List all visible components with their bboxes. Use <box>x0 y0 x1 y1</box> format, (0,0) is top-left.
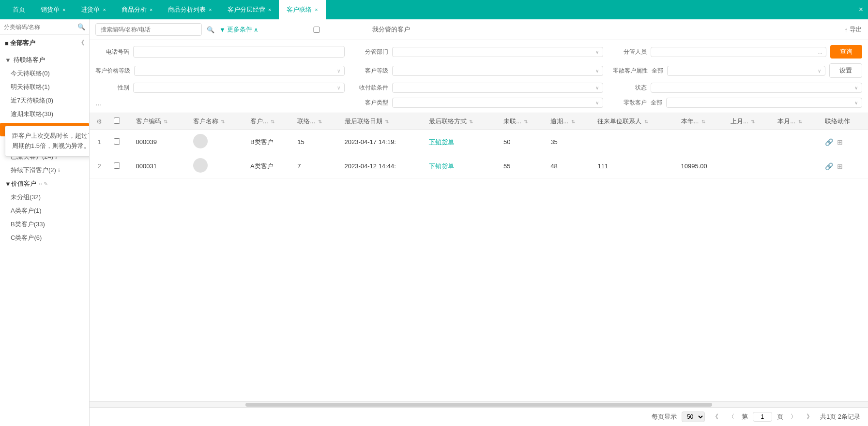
col-this-month[interactable]: 本月... ⇅ <box>773 113 820 130</box>
col-unit-contact[interactable]: 往来单位联系人 ⇅ <box>593 113 676 130</box>
close-icon[interactable]: × <box>62 7 65 13</box>
prev-page-btn[interactable]: 〈 <box>726 411 737 422</box>
col-code[interactable]: 客户编码 ⇅ <box>131 113 188 130</box>
more-filter-btn[interactable]: ... <box>95 99 102 107</box>
select-all-checkbox[interactable] <box>114 118 120 124</box>
sort-icon: ⇅ <box>751 119 755 124</box>
price-level-select[interactable]: ∨ <box>134 66 345 76</box>
search-icon[interactable]: 🔍 <box>77 23 85 30</box>
sidebar-item-7days[interactable]: 近7天待联络(0) <box>0 94 89 107</box>
sidebar-item-today[interactable]: 今天待联络(0) <box>0 67 89 80</box>
more-conditions-btn[interactable]: ▼ 更多条件 ∧ <box>219 25 259 34</box>
col-year-amount[interactable]: 本年... ⇅ <box>676 113 726 130</box>
close-icon[interactable]: × <box>150 7 152 13</box>
dept-select[interactable]: ∨ <box>392 47 604 57</box>
retail-attr-select[interactable]: ∨ <box>667 66 825 76</box>
sidebar-search-input[interactable] <box>4 24 77 30</box>
arrow-icon: ▼ <box>5 180 11 188</box>
avatar <box>193 158 208 173</box>
filter-price-level: 客户价格等级 ∨ <box>95 63 345 78</box>
chevron-down-icon: ∨ <box>854 100 858 105</box>
export-button[interactable]: ↑ 导出 <box>845 25 863 34</box>
edit-icons[interactable]: ○ ✎ <box>39 181 48 187</box>
my-customers-checkbox-label[interactable]: 我分管的客户 <box>263 25 410 34</box>
col-uncontacted[interactable]: 未联... ⇅ <box>499 113 546 130</box>
row-last-method[interactable]: 下销货单 <box>424 154 499 178</box>
sidebar-item-ungroup[interactable]: 未分组(32) <box>0 191 89 204</box>
sidebar-item-declining[interactable]: 持续下滑客户(2) ℹ <box>0 163 89 177</box>
col-contact-count[interactable]: 联络... ⇅ <box>292 113 339 130</box>
last-page-btn[interactable]: 》 <box>804 411 815 422</box>
close-icon[interactable]: × <box>268 7 271 13</box>
filter-search-icon[interactable]: 🔍 <box>207 26 214 33</box>
sidebar-pending-header[interactable]: ▼ 待联络客户 <box>0 53 89 67</box>
nav-tab-customer-contact[interactable]: 客户联络 × <box>279 0 325 19</box>
retail-customer-select[interactable]: ∨ <box>666 98 862 108</box>
col-checkbox[interactable] <box>109 113 131 130</box>
close-icon[interactable]: × <box>209 7 212 13</box>
phone-input[interactable] <box>133 46 345 58</box>
sidebar-item-class-a[interactable]: A类客户(1) <box>0 204 89 218</box>
row-uncontacted: 50 <box>499 130 546 154</box>
query-button[interactable]: 查询 <box>830 45 862 59</box>
status-select[interactable]: ∨ <box>651 83 862 93</box>
filter-dept: 分管部门 ∨ <box>354 45 604 59</box>
col-settings[interactable]: ⚙ <box>90 113 109 130</box>
scroll-track[interactable] <box>245 403 713 407</box>
filter-customer-level: 客户等级 ∨ <box>354 63 604 78</box>
col-name[interactable]: 客户名称 ⇅ <box>188 113 245 130</box>
contact-grid-icon[interactable]: ⊞ <box>837 162 843 170</box>
row-checkbox[interactable] <box>114 162 120 169</box>
first-page-btn[interactable]: 《 <box>710 411 721 422</box>
gender-select[interactable]: ∨ <box>133 83 345 93</box>
nav-tab-sales[interactable]: 销货单 × <box>33 0 73 19</box>
row-checkbox-cell[interactable] <box>109 130 131 154</box>
export-icon: ↑ <box>845 26 848 33</box>
close-icon[interactable]: × <box>315 7 318 13</box>
close-icon[interactable]: × <box>103 7 106 13</box>
manager-select[interactable]: ... <box>651 47 826 57</box>
next-page-btn[interactable]: 〉 <box>788 411 799 422</box>
my-customers-checkbox[interactable] <box>263 27 370 33</box>
settings-gear-icon[interactable]: ⚙ <box>96 118 102 125</box>
nav-tab-product-analysis[interactable]: 商品分析 × <box>114 0 160 19</box>
customer-level-select[interactable]: ∨ <box>392 66 604 76</box>
sidebar-search-bar: 🔍 <box>0 19 89 35</box>
customer-type-select[interactable]: ∨ <box>392 98 604 108</box>
collapse-icon[interactable]: 《 <box>78 39 84 47</box>
pagination-bar: 每页显示 50 《 〈 第 页 〉 》 共1页 2条记录 <box>90 407 868 426</box>
chevron-down-icon: ∨ <box>337 68 340 73</box>
search-input[interactable] <box>95 23 202 36</box>
col-level[interactable]: 客户... ⇅ <box>245 113 292 130</box>
col-last-month[interactable]: 上月... ⇅ <box>726 113 773 130</box>
nav-tab-customer-segment[interactable]: 客户分层经营 × <box>220 0 279 19</box>
sidebar-item-class-c[interactable]: C类客户(6) <box>0 231 89 245</box>
col-overdue[interactable]: 逾期... ⇅ <box>546 113 593 130</box>
settings-button[interactable]: 设置 <box>829 63 862 78</box>
payment-select[interactable]: ∨ <box>392 83 604 93</box>
nav-tab-product-list[interactable]: 商品分析列表 × <box>160 0 219 19</box>
contact-link-icon[interactable]: 🔗 <box>825 138 833 146</box>
row-checkbox[interactable] <box>114 138 120 145</box>
nav-tab-home[interactable]: 首页 <box>5 0 33 19</box>
row-checkbox-cell[interactable] <box>109 154 131 178</box>
page-input[interactable] <box>753 412 772 422</box>
close-all-button[interactable]: × <box>859 5 863 14</box>
sidebar-item-class-b[interactable]: B类客户(33) <box>0 218 89 231</box>
sidebar-item-overdue[interactable]: 逾期未联络(30) <box>0 107 89 121</box>
sidebar-all-customers[interactable]: ■ 全部客户 《 <box>0 35 89 51</box>
col-last-method[interactable]: 最后联络方式 ⇅ <box>424 113 499 130</box>
nav-tab-purchase[interactable]: 进货单 × <box>73 0 113 19</box>
sidebar-value-header[interactable]: ▼ 价值客户 ○ ✎ <box>0 177 89 191</box>
per-page-select[interactable]: 50 <box>682 411 705 422</box>
col-last-date[interactable]: 最后联络日期 ⇅ <box>340 113 424 130</box>
row-last-method[interactable]: 下销货单 <box>424 130 499 154</box>
contact-link-icon[interactable]: 🔗 <box>825 162 833 170</box>
row-contact-count: 7 <box>292 154 339 178</box>
sidebar-item-tomorrow[interactable]: 明天待联络(1) <box>0 80 89 94</box>
contact-grid-icon[interactable]: ⊞ <box>837 138 843 146</box>
row-name <box>188 130 245 154</box>
horizontal-scrollbar[interactable] <box>90 401 868 407</box>
filter-more-btn: ... <box>95 98 345 108</box>
advanced-filter: 电话号码 分管部门 ∨ 分管人员 ... 查询 <box>90 40 868 113</box>
